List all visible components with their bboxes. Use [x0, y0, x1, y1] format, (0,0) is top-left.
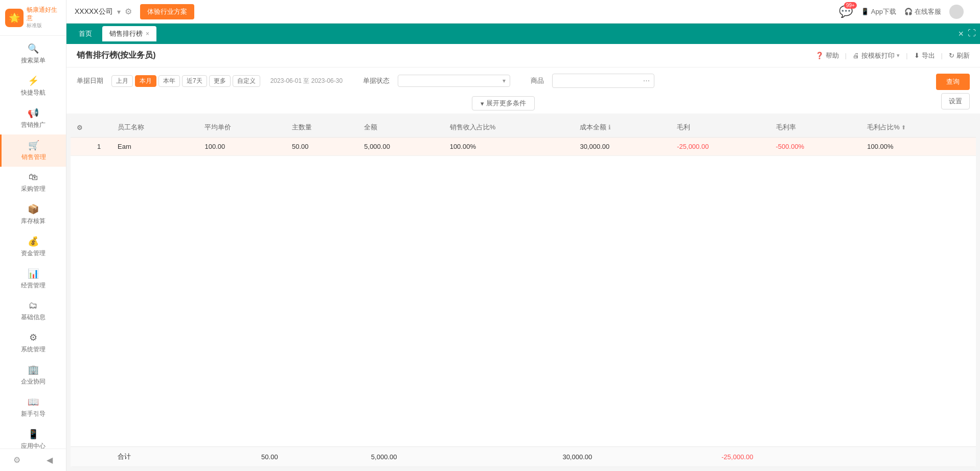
- filter-area: 单据日期 上月 本月 本年 近7天 更多 自定义 2023-06-01 至 20…: [66, 68, 980, 114]
- th-rank: [91, 118, 111, 138]
- tab-close-all-icon[interactable]: ×: [958, 29, 964, 39]
- goods-select[interactable]: ···: [552, 74, 654, 88]
- tab-right-actions: × ⛶: [954, 29, 976, 39]
- sidebar-item-purchase[interactable]: 🛍 采购管理: [0, 167, 66, 198]
- sidebar-item-operation[interactable]: 📊 经营管理: [0, 263, 66, 295]
- sidebar-item-inventory[interactable]: 📦 库存核算: [0, 198, 66, 231]
- cost-info-icon[interactable]: ℹ: [608, 124, 611, 131]
- cell-settings: [71, 138, 91, 156]
- trial-button[interactable]: 体验行业方案: [140, 4, 194, 19]
- refresh-button[interactable]: ↻ 刷新: [949, 51, 970, 60]
- table-footer: 合计 50.00 5,000.00 30,000.00 -25,000.00: [71, 446, 976, 467]
- sidebar-item-app-center[interactable]: 📱 应用中心: [0, 423, 66, 448]
- footer-table: 合计 50.00 5,000.00 30,000.00 -25,000.00: [71, 447, 976, 467]
- status-filter-label: 单据状态: [363, 76, 390, 85]
- print-button[interactable]: 🖨 按模板打印 ▾: [853, 51, 900, 60]
- filter-grid: 单据日期 上月 本月 本年 近7天 更多 自定义 2023-06-01 至 20…: [77, 74, 970, 114]
- divider3: |: [941, 52, 943, 59]
- message-button[interactable]: 💬 99+: [839, 5, 853, 18]
- date-more-btn[interactable]: 更多: [209, 75, 231, 87]
- marketing-icon: 📢: [28, 107, 39, 119]
- th-settings[interactable]: ⚙: [71, 118, 91, 138]
- profit-sort-icon[interactable]: ⬆: [901, 124, 906, 130]
- purchase-icon: 🛍: [29, 172, 38, 183]
- app-download-label: App下载: [871, 7, 896, 16]
- expand-label: 展开更多条件: [486, 99, 526, 108]
- date-7days-btn[interactable]: 近7天: [182, 75, 207, 87]
- sidebar-item-finance[interactable]: 💰 资金管理: [0, 231, 66, 263]
- sidebar-label-operation: 经营管理: [21, 281, 45, 290]
- expand-button[interactable]: ▾ 展开更多条件: [472, 96, 535, 110]
- tab-fullscreen-icon[interactable]: ⛶: [968, 29, 976, 39]
- cell-profit-rate: -500.00%: [770, 138, 861, 156]
- setting-button[interactable]: 设置: [941, 93, 970, 109]
- online-service-label: 在线客服: [915, 7, 941, 16]
- th-profit: 毛利: [671, 118, 769, 138]
- app-download-button[interactable]: 📱 App下载: [861, 7, 896, 16]
- footer-row: 合计 50.00 5,000.00 30,000.00 -25,000.00: [71, 447, 976, 467]
- date-cur-btn[interactable]: 本月: [135, 75, 156, 87]
- refresh-icon: ↻: [949, 52, 954, 59]
- sidebar-nav: 🔍 搜索菜单 ⚡ 快捷导航 📢 营销推广 🛒 销售管理 🛍 采购管理 📦 库存核…: [0, 36, 66, 448]
- sidebar-item-guide[interactable]: 📖 新手引导: [0, 391, 66, 423]
- finance-icon: 💰: [28, 236, 39, 247]
- table-header-row: ⚙ 员工名称 平均单价 主数量 全额 销售收入占比% 成本全额 ℹ 毛利 毛利率…: [71, 118, 976, 138]
- company-selector[interactable]: XXXXX公司 ▾: [75, 7, 121, 16]
- help-label: 帮助: [826, 51, 839, 60]
- tab-close-icon[interactable]: ×: [146, 30, 149, 37]
- print-label: 按模板打印: [861, 51, 895, 60]
- headset-icon: 🎧: [904, 8, 913, 15]
- sidebar-settings-btn[interactable]: ⚙: [13, 455, 20, 465]
- company-name: XXXXX公司: [75, 7, 113, 16]
- date-year-btn[interactable]: 本年: [158, 75, 180, 87]
- filter-fields: 单据日期 上月 本月 本年 近7天 更多 自定义 2023-06-01 至 20…: [77, 74, 930, 110]
- cell-sales-pct: 100.00%: [444, 138, 574, 156]
- sidebar-label-system: 系统管理: [21, 345, 45, 354]
- filter-row-1: 单据日期 上月 本月 本年 近7天 更多 自定义 2023-06-01 至 20…: [77, 74, 930, 88]
- export-button[interactable]: ⬇ 导出: [914, 51, 935, 60]
- tab-home[interactable]: 首页: [71, 25, 100, 42]
- sidebar-collapse-btn[interactable]: ◀: [47, 455, 53, 465]
- sidebar-item-shortcut[interactable]: ⚡ 快捷导航: [0, 70, 66, 102]
- print-icon: 🖨: [853, 52, 859, 59]
- sidebar-item-search[interactable]: 🔍 搜索菜单: [0, 38, 66, 70]
- date-custom-btn[interactable]: 自定义: [233, 75, 260, 87]
- sidebar-label-guide: 新手引导: [21, 410, 45, 418]
- th-name: 员工名称: [111, 118, 198, 138]
- footer-profit-rate: [883, 447, 929, 467]
- export-label: 导出: [922, 51, 935, 60]
- sidebar-item-sales[interactable]: 🛒 销售管理: [0, 134, 66, 167]
- cell-rank: 1: [91, 138, 111, 156]
- guide-icon: 📖: [28, 396, 39, 408]
- cell-profit: -25,000.00: [671, 138, 769, 156]
- footer-main-qty: 50.00: [255, 447, 365, 467]
- sidebar-label-purchase: 采购管理: [21, 185, 45, 193]
- sidebar-label-marketing: 营销推广: [21, 121, 45, 129]
- footer-cost-amount: 30,000.00: [556, 447, 715, 467]
- logo-icon: 🌟: [5, 9, 24, 27]
- app-center-icon: 📱: [28, 429, 39, 440]
- message-badge: 99+: [844, 2, 857, 9]
- help-button[interactable]: ❓ 帮助: [815, 51, 839, 60]
- query-button[interactable]: 查询: [936, 74, 970, 90]
- status-select[interactable]: ▾: [398, 75, 510, 87]
- topbar-gear-icon[interactable]: ⚙: [125, 7, 132, 16]
- table-body: 1 Eam 100.00 50.00 5,000.00 100.00% 30,0…: [71, 138, 976, 156]
- sidebar-item-enterprise[interactable]: 🏢 企业协同: [0, 359, 66, 391]
- sidebar-item-basic[interactable]: 🗂 基础信息: [0, 295, 66, 327]
- table-row: 1 Eam 100.00 50.00 5,000.00 100.00% 30,0…: [71, 138, 976, 156]
- goods-ellipsis-icon[interactable]: ···: [643, 76, 650, 85]
- inventory-icon: 📦: [28, 204, 39, 215]
- sidebar-item-system[interactable]: ⚙ 系统管理: [0, 327, 66, 359]
- system-icon: ⚙: [29, 332, 37, 343]
- tab-sales-ranking[interactable]: 销售排行榜 ×: [102, 26, 156, 41]
- date-prev-btn[interactable]: 上月: [111, 75, 133, 87]
- sidebar-item-marketing[interactable]: 📢 营销推广: [0, 102, 66, 134]
- sidebar-label-inventory: 库存核算: [21, 217, 45, 226]
- sidebar-label-shortcut: 快捷导航: [21, 88, 45, 97]
- content-area: 销售排行榜(按业务员) ❓ 帮助 | 🖨 按模板打印 ▾ | ⬇ 导出 |: [66, 44, 980, 471]
- online-service-button[interactable]: 🎧 在线客服: [904, 7, 941, 16]
- shortcut-icon: ⚡: [28, 75, 39, 86]
- avatar[interactable]: [949, 5, 964, 19]
- th-profit-rate: 毛利率: [770, 118, 861, 138]
